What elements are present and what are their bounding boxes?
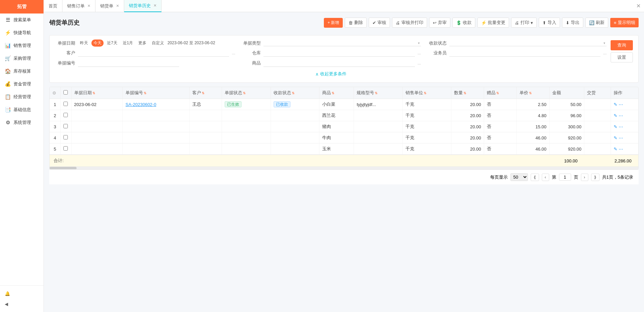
page-first-button[interactable]: ⟪ [531,174,539,181]
filter-warehouse-input[interactable] [263,49,415,57]
date-tag-today[interactable]: 今天 [91,40,104,47]
abandon-button[interactable]: ↩ 弃审 [429,18,450,28]
th-goods[interactable]: 商品 ⇅ [319,87,354,99]
th-date[interactable]: 单据日期 ⇅ [71,87,123,99]
print-button[interactable]: 🖨 打印 ▾ [511,18,537,28]
action-edit-3[interactable]: ✎ [614,135,617,140]
cell-doc-no-4[interactable] [123,144,190,155]
date-tag-custom[interactable]: 自定义 [150,40,166,47]
th-spec-type[interactable]: 规格型号 ⇅ [354,87,402,99]
action-more-4[interactable]: ⋯ [619,147,623,152]
cell-doc-no-1[interactable] [123,110,190,121]
action-edit-2[interactable]: ✎ [614,124,617,129]
salesperson-picker-icon[interactable]: ... [603,51,607,55]
action-more-3[interactable]: ⋯ [619,135,623,140]
filter-settings-button[interactable]: 设置 [611,52,633,62]
page-input[interactable] [559,174,571,181]
export-button[interactable]: ⬇ 导出 [562,18,583,28]
action-more-0[interactable]: ⋯ [619,102,623,107]
date-tag-more[interactable]: 更多 [136,40,148,47]
row-checkbox-2[interactable] [63,124,68,128]
batch-change-button[interactable]: ⚡ 批量变更 [477,18,509,28]
display-detail-button[interactable]: ≡ 显示明细 [610,18,639,27]
delete-button[interactable]: 🗑 删除 [345,18,367,28]
cell-checkbox-1[interactable] [60,110,71,121]
sidebar-collapse-button[interactable]: ◀ [0,299,44,309]
page-prev-button[interactable]: ‹ [542,174,549,181]
th-quantity[interactable]: 数量 ⇅ [451,87,484,99]
warehouse-picker-icon[interactable]: ... [418,51,421,55]
row-checkbox-1[interactable] [63,113,68,117]
tab-bar-close[interactable]: ✕ [636,3,644,9]
th-checkbox[interactable] [60,87,71,99]
page-next-button[interactable]: › [581,174,588,181]
table-scrollbar-thumb[interactable] [50,167,77,170]
action-more-1[interactable]: ⋯ [619,113,623,118]
cell-doc-no-2[interactable] [123,121,190,132]
sidebar-item-quick-nav[interactable]: ⚡ 快捷导航 [0,26,44,39]
sidebar-item-purchase-mgmt[interactable]: 🛒 采购管理 [0,52,44,65]
cell-action-2[interactable]: ✎⋯ [611,121,638,132]
th-sales-unit[interactable]: 销售单位 ⇅ [402,87,451,99]
th-collection-status[interactable]: 收款状态 ⇅ [271,87,319,99]
audit-print-button[interactable]: 🖨 审核并打印 [392,18,427,28]
filter-goods-input[interactable] [263,59,415,67]
cell-action-0[interactable]: ✎⋯ [611,99,638,110]
date-tag-last1month[interactable]: 近1月 [121,40,135,47]
th-doc-no[interactable]: 单据编号 ⇅ [123,87,190,99]
row-checkbox-0[interactable] [63,102,68,106]
action-edit-0[interactable]: ✎ [614,102,617,107]
th-gift[interactable]: 赠品 ⇅ [484,87,517,99]
audit-button[interactable]: ✔ 审核 [369,18,390,28]
action-edit-1[interactable]: ✎ [614,113,617,118]
cell-checkbox-4[interactable] [60,144,71,155]
cell-checkbox-2[interactable] [60,121,71,132]
action-more-2[interactable]: ⋯ [619,124,623,129]
new-button[interactable]: + 新增 [324,18,343,28]
cell-checkbox-0[interactable] [60,99,71,110]
page-last-button[interactable]: ⟫ [591,174,599,181]
tab-sales-history[interactable]: 销货单历史 ✕ [124,0,162,12]
per-page-select[interactable]: 102050100 [510,173,528,181]
row-checkbox-3[interactable] [63,135,68,139]
doc-no-link-0[interactable]: SA-20230602-0 [125,102,156,107]
cell-doc-no-3[interactable] [123,132,190,144]
tab-close-sales-history[interactable]: ✕ [153,3,157,8]
goods-picker-icon[interactable]: ... [418,61,421,66]
filter-collection-status-select[interactable]: ▾ [449,40,607,46]
filter-doc-no-input[interactable] [78,59,179,67]
table-scrollbar[interactable] [50,166,638,169]
sidebar-item-finance-mgmt[interactable]: 💰 资金管理 [0,78,44,90]
tab-sales-order[interactable]: 销售订单 ✕ [62,0,95,12]
customer-picker-icon[interactable]: ... [232,51,235,55]
sidebar-item-inventory[interactable]: 🏠 库存核算 [0,65,44,78]
tab-sales-goods[interactable]: 销货单 ✕ [95,0,124,12]
action-edit-4[interactable]: ✎ [614,147,617,152]
th-settings[interactable]: ⚙ [50,87,60,99]
sidebar-item-operations[interactable]: 📋 经营管理 [0,90,44,103]
filter-doc-type-select[interactable]: ▾ [263,40,421,46]
select-all-checkbox[interactable] [63,90,68,95]
cell-action-1[interactable]: ✎⋯ [611,110,638,121]
collect-button[interactable]: 💲 收款 [452,18,475,28]
sidebar-settings-button[interactable]: 🔔 [0,288,44,299]
query-button[interactable]: 查询 [611,40,633,50]
cell-action-3[interactable]: ✎⋯ [611,132,638,144]
th-unit-price[interactable]: 单价 ⇅ [516,87,549,99]
refresh-button[interactable]: 🔄 刷新 [585,18,608,28]
th-customer[interactable]: 客户 ⇅ [189,87,222,99]
sidebar-item-basic-info[interactable]: 📑 基础信息 [0,103,44,116]
cell-doc-no-0[interactable]: SA-20230602-0 [123,99,190,110]
filter-salesperson-input[interactable] [449,49,600,57]
cell-action-4[interactable]: ✎⋯ [611,144,638,155]
date-tag-last7days[interactable]: 近7天 [105,40,119,47]
column-settings-icon[interactable]: ⚙ [52,90,56,96]
tab-close-sales-order[interactable]: ✕ [87,4,90,8]
tab-close-sales-goods[interactable]: ✕ [116,4,119,8]
th-doc-status[interactable]: 单据状态 ⇅ [222,87,271,99]
sidebar-item-system-mgmt[interactable]: ⚙ 系统管理 [0,116,44,129]
import-button[interactable]: ⬆ 导入 [539,18,560,28]
tab-home[interactable]: 首页 [44,0,62,12]
filter-collapse-button[interactable]: ∧ 收起更多条件 [55,70,607,78]
sidebar-item-search-menu[interactable]: ☰ 搜索菜单 [0,14,44,26]
